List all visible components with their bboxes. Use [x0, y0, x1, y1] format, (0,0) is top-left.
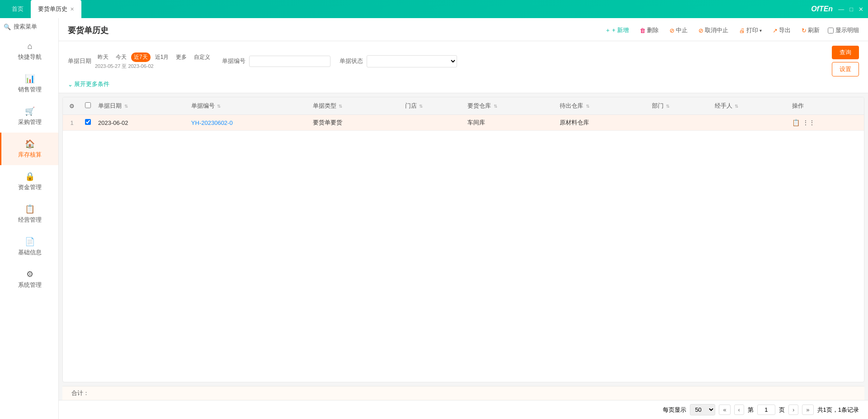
row-dept-0: [648, 115, 711, 131]
sidebar-item-finance[interactable]: 🔒 资金管理: [0, 165, 58, 198]
new-button[interactable]: ＋ + 新增: [602, 24, 632, 36]
col-checkbox: [81, 97, 94, 115]
operations-icon: 📋: [25, 204, 35, 214]
sidebar-search-label: 搜索菜单: [14, 23, 37, 31]
date-filter-label: 单据日期: [68, 57, 91, 65]
display-detail-checkbox[interactable]: [828, 28, 834, 33]
col-order-type: 单据类型 ⇅: [309, 97, 401, 115]
store-sort-icon[interactable]: ⇅: [419, 104, 423, 109]
sales-icon: 📊: [25, 74, 35, 84]
refresh-button[interactable]: ↻ 刷新: [799, 24, 822, 36]
date-sort-icon[interactable]: ⇅: [124, 104, 128, 109]
type-sort-icon[interactable]: ⇅: [339, 104, 342, 109]
sidebar-item-inventory-label: 库存核算: [18, 151, 42, 159]
col-warehouse-label: 要货仓库: [467, 102, 491, 109]
close-btn[interactable]: ✕: [859, 6, 863, 13]
print-button[interactable]: 🖨 打印 ▾: [736, 24, 764, 36]
sidebar-item-system[interactable]: ⚙ 系统管理: [0, 263, 58, 295]
col-settings: ⚙: [63, 97, 81, 115]
minimize-btn[interactable]: —: [838, 6, 844, 13]
col-date: 单据日期 ⇅: [94, 97, 188, 115]
date-filter-group: 单据日期 昨天 今天 近7天 近1月 更多 自定义 2023-05-27 至 2…: [68, 52, 213, 70]
tab-order-history-label: 要货单历史: [38, 5, 67, 13]
warehouse-sort-icon[interactable]: ⇅: [494, 104, 497, 109]
shortcut-custom[interactable]: 自定义: [191, 52, 213, 62]
tab-order-history[interactable]: 要货单历史 ✕: [31, 0, 81, 18]
row-order-no-0: YH-20230602-0: [188, 115, 309, 131]
main-layout: 🔍 搜索菜单 ⌂ 快捷导航 📊 销售管理 🛒 采购管理 🏠 库存核算 🔒 资金管…: [0, 18, 868, 419]
shortcut-1month[interactable]: 近1月: [152, 52, 172, 62]
brand-text: OfTEn: [811, 5, 833, 13]
order-no-label: 单据编号: [222, 57, 245, 65]
delete-button[interactable]: 🗑 删除: [637, 24, 661, 36]
page-of-label: 页: [779, 406, 785, 414]
last-page-btn[interactable]: »: [802, 405, 813, 415]
page-label: 第: [748, 406, 754, 414]
filter-row-1: 单据日期 昨天 今天 近7天 近1月 更多 自定义 2023-05-27 至 2…: [68, 46, 859, 76]
row-checkbox-0[interactable]: [85, 119, 91, 125]
finance-icon: 🔒: [25, 171, 35, 181]
shortcut-yesterday[interactable]: 昨天: [95, 52, 111, 62]
row-warehouse-0: 车间库: [464, 115, 556, 131]
order-no-input[interactable]: [249, 56, 330, 67]
row-num-0: 1: [63, 115, 81, 131]
settings-icon[interactable]: ⚙: [69, 103, 75, 110]
shortcut-7days[interactable]: 近7天: [131, 52, 151, 62]
row-date-0: 2023-06-02: [94, 115, 188, 131]
top-bar: 首页 要货单历史 ✕ OfTEn — □ ✕: [0, 0, 868, 18]
content-area: 要货单历史 ＋ + 新增 🗑 删除 ⊘ 中止 ⊘ 取消中止: [59, 18, 868, 419]
sidebar-item-quick-nav[interactable]: ⌂ 快捷导航: [0, 35, 58, 67]
order-no-link-0[interactable]: YH-20230602-0: [191, 119, 233, 126]
col-store-label: 门店: [405, 102, 417, 109]
row-handler-0: [711, 115, 788, 131]
print-dropdown-icon: ▾: [760, 28, 762, 33]
prev-page-btn[interactable]: ‹: [734, 405, 744, 415]
dept-sort-icon[interactable]: ⇅: [666, 104, 670, 109]
first-page-btn[interactable]: «: [719, 405, 730, 415]
col-handler: 经手人 ⇅: [711, 97, 788, 115]
shortcut-today[interactable]: 今天: [113, 52, 129, 62]
tab-home[interactable]: 首页: [5, 0, 31, 18]
table-header: ⚙ 单据日期 ⇅ 单据编号 ⇅: [63, 97, 864, 115]
per-page-label: 每页显示: [663, 406, 686, 414]
table-body: 1 2023-06-02 YH-20230602-0 要货单要货 车间库 原材料…: [63, 115, 864, 131]
export-button[interactable]: ↗ 导出: [770, 24, 793, 36]
sidebar-item-basic-info[interactable]: 📄 基础信息: [0, 230, 58, 263]
orders-table: ⚙ 单据日期 ⇅ 单据编号 ⇅: [63, 97, 864, 131]
total-pages-label: 共1页，1条记录: [817, 406, 859, 414]
status-select[interactable]: [367, 55, 457, 67]
sidebar-item-sales[interactable]: 📊 销售管理: [0, 67, 58, 100]
tab-bar: 首页 要货单历史 ✕: [5, 0, 81, 18]
settings-button[interactable]: 设置: [832, 62, 859, 76]
close-tab-icon[interactable]: ✕: [70, 6, 74, 12]
sidebar-item-sales-label: 销售管理: [18, 86, 42, 94]
shortcut-more[interactable]: 更多: [173, 52, 189, 62]
query-button[interactable]: 查询: [832, 46, 859, 59]
page-input[interactable]: [757, 405, 775, 415]
handler-sort-icon[interactable]: ⇅: [735, 104, 738, 109]
row-view-icon-0[interactable]: 📋: [792, 119, 800, 126]
export-icon: ↗: [773, 27, 778, 34]
sidebar-item-purchase[interactable]: 🛒 采购管理: [0, 100, 58, 133]
display-detail-checkbox-label[interactable]: 显示明细: [828, 26, 859, 34]
cancel-stop-button[interactable]: ⊘ 取消中止: [696, 24, 731, 36]
sidebar-item-quick-nav-label: 快捷导航: [18, 53, 42, 61]
maximize-btn[interactable]: □: [849, 6, 853, 13]
row-more-icon-0[interactable]: ⋮⋮: [802, 119, 815, 126]
per-page-select[interactable]: 50 20 100: [690, 404, 715, 415]
expand-label: 展开更多条件: [74, 80, 109, 88]
pending-sort-icon[interactable]: ⇅: [586, 104, 590, 109]
stop-button[interactable]: ⊘ 中止: [667, 24, 690, 36]
sidebar-search[interactable]: 🔍 搜索菜单: [0, 18, 58, 35]
quick-nav-icon: ⌂: [28, 42, 33, 51]
select-all-checkbox[interactable]: [85, 102, 91, 108]
sidebar-item-inventory[interactable]: 🏠 库存核算: [0, 133, 58, 165]
sidebar-item-operations[interactable]: 📋 经营管理: [0, 198, 58, 230]
table-footer: 合计：: [62, 386, 864, 400]
next-page-btn[interactable]: ›: [788, 405, 798, 415]
col-order-no: 单据编号 ⇅: [188, 97, 309, 115]
inventory-icon: 🏠: [25, 139, 35, 149]
delete-icon: 🗑: [640, 27, 646, 34]
order-no-sort-icon[interactable]: ⇅: [217, 104, 221, 109]
expand-more-btn[interactable]: ⌄ 展开更多条件: [68, 80, 859, 88]
